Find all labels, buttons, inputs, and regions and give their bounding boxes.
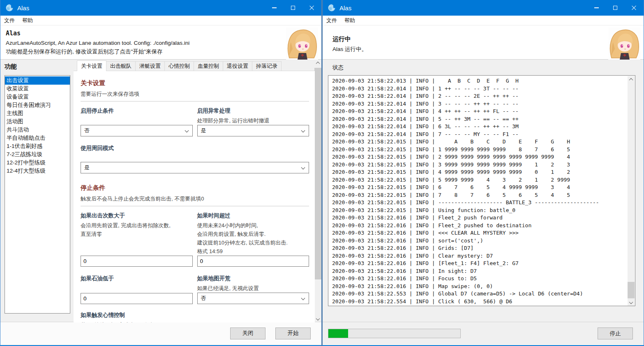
tab[interactable]: 掉落记录	[252, 61, 282, 71]
settings-window: Alas 文件帮助 Alas AzurLaneAutoScript, An Az…	[0, 0, 322, 346]
close-button[interactable]	[625, 0, 644, 16]
section-title-campaign: 关卡设置	[81, 79, 309, 87]
scrollbar-thumb[interactable]	[628, 282, 635, 298]
scroll-up-icon	[629, 78, 633, 82]
if-time-input[interactable]	[197, 256, 309, 267]
function-list-item[interactable]: 设备设置	[5, 93, 70, 101]
field-desc: 处理部分异常, 运行出错时撤退	[197, 116, 309, 125]
field-desc: 如果已经满足, 无视此设置	[197, 284, 309, 293]
tab[interactable]: 关卡设置	[77, 60, 106, 71]
enable-stop-select[interactable]: 否	[81, 125, 193, 136]
runner-window: Alas 文件帮助 运行中 Alas 运行中。	[322, 0, 644, 346]
scroll-down-button[interactable]	[628, 299, 635, 306]
log-line: 2020-09-03 21:58:22.553 | INFO | Global …	[332, 290, 632, 298]
menu-item[interactable]: 帮助	[341, 16, 359, 25]
function-list-item[interactable]: 1-1伏击刷好感	[5, 142, 70, 150]
log-box: 2020-09-03 21:58:22.013 | INFO | A B C D…	[328, 75, 635, 306]
maximize-icon	[291, 6, 295, 10]
function-list-item[interactable]: 活动图	[5, 118, 70, 126]
section-title-stop: 停止条件	[81, 184, 309, 192]
field-if-count: 如果出击次数大于 会沿用先前设置, 完成出击将扣除次数, 直至清零	[81, 212, 193, 267]
tab[interactable]: 心情控制	[164, 61, 194, 71]
tab[interactable]: 退役设置	[223, 61, 252, 71]
menu-item[interactable]: 帮助	[18, 16, 37, 25]
log-line: 2020-09-03 21:58:22.015 | INFO | -------…	[332, 199, 632, 207]
function-list-item[interactable]: 出击设置	[5, 76, 70, 85]
log-line: 2020-09-03 21:58:22.016 | INFO | In sigh…	[332, 268, 632, 275]
run-status-title: 运行中	[332, 35, 638, 43]
function-list-item[interactable]: 收菜设置	[5, 85, 70, 93]
start-button[interactable]: 开始	[275, 328, 311, 339]
log-line: 2020-09-03 21:58:22.016 | INFO | sort=('…	[332, 237, 632, 245]
window-header: 运行中 Alas 运行中。	[323, 25, 644, 60]
log-line: 2020-09-03 21:58:22.015 | INFO | 1 9999 …	[332, 146, 632, 154]
minimize-icon	[272, 7, 277, 8]
maximize-button[interactable]	[606, 0, 625, 16]
menu-item[interactable]: 文件	[0, 16, 18, 25]
log-line: 2020-09-03 21:58:22.014 | INFO | 4 ++ ++…	[332, 108, 632, 115]
stop-button[interactable]: 停止	[598, 328, 633, 339]
window-header: Alas AzurLaneAutoScript, An Azur Lane au…	[0, 25, 321, 60]
maximize-icon	[613, 6, 617, 10]
function-list-item[interactable]: 共斗活动	[5, 126, 70, 134]
settings-content: 关卡设置 需要运行一次来保存选项 启用停止条件 否 启用异常处理 处理部分异常,…	[74, 71, 315, 323]
close-settings-button[interactable]: 关闭	[230, 328, 265, 339]
log-line: 2020-09-03 21:58:22.014 | INFO | 7 -- --…	[332, 131, 632, 138]
log-line: 2020-09-03 21:58:22.016 | INFO | Fleet_2…	[332, 214, 632, 222]
if-map-clear-select[interactable]: 否	[197, 293, 309, 304]
log-scrollbar	[628, 76, 635, 306]
field-label: 如果触发心情控制	[81, 311, 309, 319]
tab[interactable]: 出击舰队	[106, 61, 136, 71]
scrollbar-thumb[interactable]	[314, 68, 321, 279]
log-line: 2020-09-03 21:58:22.015 | INFO | 3 9999 …	[332, 161, 632, 169]
field-label: 如果时间超过	[197, 212, 309, 219]
footer-bar: 停止	[323, 322, 644, 344]
header-line1: AzurLaneAutoScript, An Azur Lane automat…	[6, 39, 316, 47]
log-line: 2020-09-03 21:58:22.016 | INFO | Map swi…	[332, 283, 632, 291]
tab[interactable]: 潜艇设置	[135, 61, 165, 71]
scroll-up-button[interactable]	[628, 76, 635, 83]
header-line2: 功能都是分别保存和运行的, 修改设置后别忘了点击"开始"来保存	[6, 47, 316, 56]
field-desc: 会沿用先前设置, 完成出击将扣除次数, 直至清零	[81, 221, 193, 238]
field-if-emotion: 如果触发心情控制 若是, 等待回复, 完成本次, 停止	[81, 311, 309, 323]
function-list-item[interactable]: 12-4打大型练级	[5, 167, 70, 175]
enable-exception-select[interactable]: 是	[197, 125, 309, 136]
log-line: 2020-09-03 21:58:22.015 | INFO | 4 9999 …	[332, 168, 632, 176]
function-list-item[interactable]: 主线图	[5, 109, 70, 118]
loop-mode-select[interactable]: 是	[81, 162, 309, 173]
function-list-item[interactable]: 7-2三战拣垃圾	[5, 150, 70, 159]
sidebar-heading: 功能	[5, 63, 17, 71]
function-list-item[interactable]: 半自动辅助点击	[5, 134, 70, 142]
minimize-button[interactable]	[265, 0, 284, 16]
log-line: 2020-09-03 21:58:22.554 | INFO | Click (…	[332, 298, 632, 306]
if-oil-input[interactable]	[81, 293, 193, 304]
maximize-button[interactable]	[284, 0, 302, 16]
title-bar: Alas	[0, 0, 321, 16]
minimize-button[interactable]	[587, 0, 606, 16]
if-count-input[interactable]	[81, 256, 193, 267]
avatar-image	[608, 28, 640, 60]
function-list-item[interactable]: 每日任务困难演习	[5, 101, 70, 109]
tab[interactable]: 血量控制	[194, 61, 223, 71]
log-line: 2020-09-03 21:58:22.015 | INFO | A B C D…	[332, 138, 632, 146]
field-desc: 若是, 等待回复, 完成本次, 停止	[81, 321, 309, 323]
log-line: 2020-09-03 21:58:22.014 | INFO | 1 ++ --…	[332, 85, 632, 93]
scroll-up-button[interactable]	[314, 60, 321, 67]
run-status-subtitle: Alas 运行中。	[332, 46, 638, 53]
status-label: 状态	[332, 64, 344, 72]
window-title: Alas	[17, 5, 265, 12]
menu-item[interactable]: 文件	[323, 16, 341, 25]
avatar	[286, 28, 318, 60]
app-name: Alas	[6, 30, 316, 37]
avatar-image	[286, 28, 318, 60]
minimize-icon	[594, 7, 599, 8]
title-bar: Alas	[323, 0, 644, 16]
progress-bar	[328, 329, 461, 338]
select-value: 是	[201, 127, 206, 134]
function-list-item[interactable]: 12-2打中型练级	[5, 159, 70, 167]
field-enable-exception: 启用异常处理 处理部分异常, 运行出错时撤退 是	[197, 107, 309, 136]
chevron-down-icon	[301, 296, 305, 300]
close-button[interactable]	[302, 0, 321, 16]
log-line: 2020-09-03 21:58:22.014 | INFO | 5 -- ++…	[332, 115, 632, 123]
log-line: 2020-09-03 21:58:22.016 | INFO | Focus t…	[332, 275, 632, 283]
